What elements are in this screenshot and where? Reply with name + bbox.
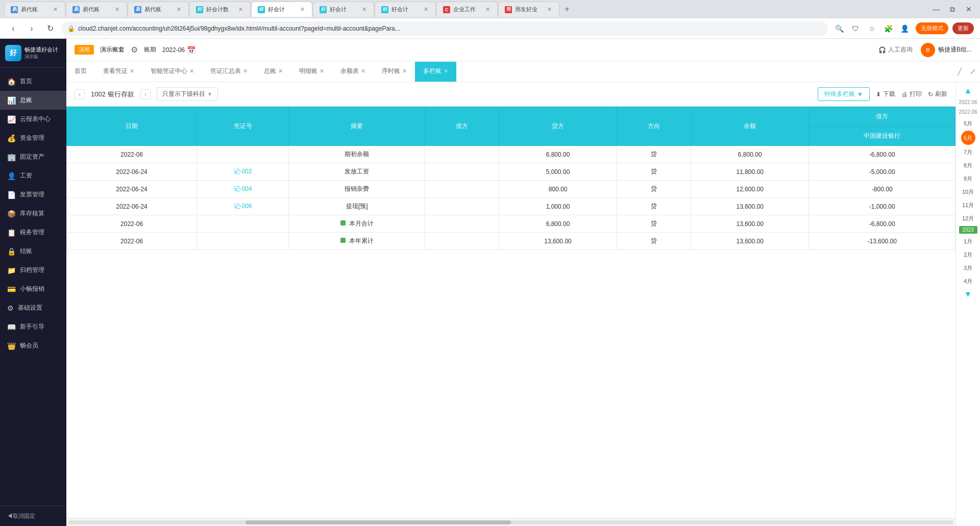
timeline-month-may[interactable]: 5月: [959, 117, 977, 130]
tab-sequence[interactable]: 序时账 ✕: [374, 62, 415, 82]
voucher-link-3[interactable]: 记-006: [234, 203, 252, 210]
browser-tab-8[interactable]: C 企业工作 ✕: [436, 2, 498, 17]
timeline-scroll-up[interactable]: ▲: [962, 84, 974, 97]
browser-tab-1[interactable]: 易 易代账 ✕: [4, 2, 65, 17]
new-tab-button[interactable]: +: [560, 2, 574, 16]
download-button[interactable]: ⬇ 下载: [876, 90, 895, 98]
sidebar-item-reports[interactable]: 📈 云报表中心: [0, 110, 66, 129]
horizontal-scrollbar[interactable]: [66, 518, 955, 526]
cell-credit-2: 800.00: [499, 181, 617, 198]
consult-button[interactable]: 🎧 人工咨询: [878, 45, 913, 54]
timeline-month-nov[interactable]: 11月: [959, 199, 977, 211]
tab-multi-close[interactable]: ✕: [444, 68, 448, 74]
timeline-month-mar[interactable]: 3月: [959, 262, 977, 274]
timeline-month-aug[interactable]: 8月: [959, 159, 977, 171]
refresh-button[interactable]: ↻ 刷新: [928, 90, 947, 98]
forward-button[interactable]: ›: [24, 21, 39, 36]
sidebar-item-ledger[interactable]: 📊 总账: [0, 91, 66, 110]
sidebar-item-payroll[interactable]: 👤 工资: [0, 166, 66, 185]
sidebar-item-assets[interactable]: 🏢 固定资产: [0, 147, 66, 166]
collapse-tabs-button[interactable]: ╱: [953, 61, 966, 82]
minimize-button[interactable]: —: [929, 2, 943, 16]
print-button[interactable]: 🖨 打印: [901, 90, 922, 98]
tab-balance-close[interactable]: ✕: [361, 68, 365, 74]
tab-voucher-close[interactable]: ✕: [130, 68, 134, 74]
shield-icon[interactable]: 🛡: [848, 21, 863, 36]
tab-detail[interactable]: 明细账 ✕: [291, 62, 332, 82]
unpin-button[interactable]: ◀取消固定: [7, 512, 59, 520]
sidebar-item-invoice[interactable]: 📄 发票管理: [0, 185, 66, 204]
voucher-link-1[interactable]: 记-002: [234, 168, 252, 175]
expand-tabs-button[interactable]: ⤢: [966, 61, 980, 82]
tab-multi[interactable]: 多栏账 ✕: [415, 62, 456, 82]
tab-home[interactable]: 首页: [66, 62, 95, 82]
restore-button[interactable]: ⧉: [945, 2, 960, 16]
extension-icon[interactable]: 🧩: [881, 21, 895, 36]
tab-close-5[interactable]: ✕: [299, 5, 306, 14]
tab-smart-close[interactable]: ✕: [189, 68, 194, 74]
tab-sequence-close[interactable]: ✕: [402, 68, 407, 74]
sidebar-item-tax[interactable]: 📋 税务管理: [0, 223, 66, 242]
tab-general[interactable]: 总账 ✕: [256, 62, 291, 82]
tab-close-6[interactable]: ✕: [361, 5, 368, 14]
show-sub-button[interactable]: 只显示下级科目 ▼: [157, 87, 218, 101]
browser-tab-2[interactable]: 易 易代账 ✕: [66, 2, 127, 17]
browser-tab-6[interactable]: 好 好会计 ✕: [313, 2, 374, 17]
sidebar-item-guide[interactable]: 📖 新手引导: [0, 317, 66, 336]
tab-close-1[interactable]: ✕: [52, 5, 59, 14]
timeline-month-apr[interactable]: 4月: [959, 275, 977, 287]
timeline-month-sep[interactable]: 9月: [959, 172, 977, 185]
timeline-month-jun[interactable]: 6月: [961, 131, 975, 145]
prev-account-button[interactable]: ‹: [75, 89, 85, 99]
demo-badge[interactable]: 演用: [75, 45, 94, 55]
sidebar-item-membership[interactable]: 👑 畅会员: [0, 336, 66, 355]
tab-close-9[interactable]: ✕: [546, 5, 553, 14]
browser-tab-9[interactable]: 用 用友好业 ✕: [498, 2, 559, 17]
tab-close-3[interactable]: ✕: [176, 5, 182, 14]
browser-tab-4[interactable]: 好 好会计数 ✕: [189, 2, 251, 17]
browser-tab-5[interactable]: 好 好会计 ✕: [251, 2, 312, 17]
tab-detail-close[interactable]: ✕: [320, 68, 324, 74]
tab-general-close[interactable]: ✕: [278, 68, 283, 74]
sidebar-item-closing[interactable]: 🔒 结账: [0, 242, 66, 261]
tab-close-7[interactable]: ✕: [423, 5, 429, 14]
tab-close-4[interactable]: ✕: [237, 5, 244, 14]
wuhen-mode-button[interactable]: 无痕模式: [916, 22, 948, 34]
tab-balance[interactable]: 余额表 ✕: [332, 62, 374, 82]
voucher-link-2[interactable]: 记-004: [234, 185, 252, 192]
refresh-button[interactable]: ↻: [43, 21, 57, 36]
search-icon[interactable]: 🔍: [832, 21, 846, 36]
timeline-month-dec[interactable]: 12月: [959, 212, 977, 224]
tab-close-8[interactable]: ✕: [484, 5, 491, 14]
browser-tab-7[interactable]: 好 好会计 ✕: [375, 2, 436, 17]
star-icon[interactable]: ☆: [865, 21, 879, 36]
tab-voucher[interactable]: 查看凭证 ✕: [95, 62, 142, 82]
timeline-month-jul[interactable]: 7月: [959, 146, 977, 158]
sidebar-item-expense[interactable]: 💳 小畅报销: [0, 280, 66, 298]
update-button[interactable]: 更新: [952, 22, 974, 34]
tab-voucher-summary-close[interactable]: ✕: [243, 68, 248, 74]
timeline-month-feb[interactable]: 2月: [959, 248, 977, 261]
sidebar-item-inventory[interactable]: 📦 库存核算: [0, 204, 66, 223]
settings-icon[interactable]: ⚙: [131, 45, 138, 55]
tab-smart[interactable]: 智能凭证中心 ✕: [142, 62, 202, 82]
browser-tab-3[interactable]: 易 易代账 ✕: [128, 2, 189, 17]
timeline-month-oct[interactable]: 10月: [959, 186, 977, 198]
tab-voucher-summary[interactable]: 凭证汇总表 ✕: [202, 62, 256, 82]
back-button[interactable]: ‹: [6, 21, 20, 36]
next-account-button[interactable]: ›: [140, 89, 151, 99]
tab-close-2[interactable]: ✕: [114, 5, 120, 14]
scroll-thumb[interactable]: [246, 520, 511, 524]
sidebar-item-settings[interactable]: ⚙ 基础设置: [0, 298, 66, 317]
url-bar[interactable]: 🔒 cloud2.chanjet.com/accounting/uh26t264…: [61, 21, 828, 36]
sidebar-item-archive[interactable]: 📁 归档管理: [0, 261, 66, 280]
timeline-month-jan[interactable]: 1月: [959, 235, 977, 247]
special-account-button[interactable]: 特殊多栏账 ▼: [818, 87, 870, 101]
sidebar-item-funds[interactable]: 💰 资金管理: [0, 129, 66, 147]
sidebar-item-home[interactable]: 🏠 首页: [0, 72, 66, 91]
avatar-icon[interactable]: 👤: [897, 21, 912, 36]
close-button[interactable]: ✕: [962, 2, 976, 16]
user-info[interactable]: B 畅捷通B组...: [921, 43, 972, 57]
calendar-icon[interactable]: 📅: [187, 46, 195, 54]
timeline-scroll-down[interactable]: ▼: [962, 288, 974, 301]
